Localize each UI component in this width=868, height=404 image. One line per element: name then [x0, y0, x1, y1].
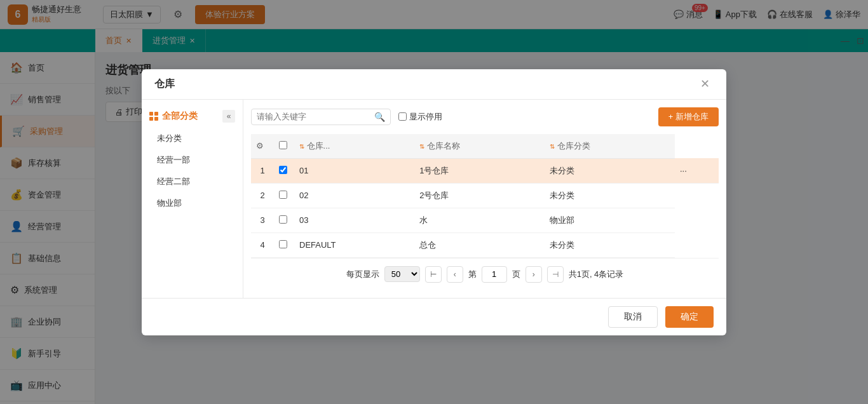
add-warehouse-button[interactable]: + 新增仓库 [658, 107, 719, 126]
table-panel: 🔍 显示停用 + 新增仓库 ⚙ [243, 100, 726, 298]
row-category: 未分类 [545, 183, 675, 208]
category-item-property[interactable]: 物业部 [142, 192, 243, 214]
per-page-label: 每页显示 [346, 269, 379, 280]
dialog-header: 仓库 ✕ [142, 69, 726, 100]
row-name: 2号仓库 [414, 183, 545, 208]
row-checkbox[interactable] [274, 158, 294, 183]
page-unit: 页 [512, 269, 520, 280]
confirm-button[interactable]: 确定 [665, 306, 714, 328]
table-row[interactable]: 2 02 2号仓库 未分类 [251, 183, 719, 208]
dialog-body: 全部分类 « 未分类 经营一部 经营二部 物业部 🔍 [142, 100, 726, 298]
row-category: 未分类 [545, 232, 675, 257]
dialog-close-button[interactable]: ✕ [696, 75, 714, 93]
row-category: 物业部 [545, 208, 675, 232]
show-disabled-toggle[interactable]: 显示停用 [398, 111, 442, 123]
sort-icon-code: ⇅ [299, 143, 304, 150]
row-name: 1号仓库 [414, 158, 545, 183]
col-category: ⇅ 仓库分类 [545, 134, 675, 159]
sort-icon-category: ⇅ [550, 143, 555, 150]
page-label: 第 [468, 269, 477, 280]
row-name: 总仓 [414, 232, 545, 257]
search-icon: 🔍 [374, 112, 385, 122]
settings-icon: ⚙ [256, 141, 264, 151]
col-code: ⇅ 仓库... [294, 134, 414, 159]
table-header-row: ⚙ ⇅ 仓库... ⇅ 仓库名称 [251, 134, 719, 159]
row-checkbox[interactable] [274, 183, 294, 208]
table-row[interactable]: 4 DEFAULT 总仓 未分类 [251, 232, 719, 257]
dialog-footer: 取消 确定 [142, 298, 726, 335]
per-page-select[interactable]: 50 100 200 [384, 266, 420, 282]
modal-overlay: 仓库 ✕ 全部分类 « 未分类 经营一部 经营二部 物业部 [0, 0, 868, 404]
grid-icon [149, 112, 158, 121]
pagination-row: 每页显示 50 100 200 ⊢ ‹ 第 页 › ⊣ 共1页, 4条记录 [251, 258, 719, 290]
category-header[interactable]: 全部分类 « [142, 105, 243, 128]
show-disabled-checkbox[interactable] [398, 112, 407, 121]
row-code: DEFAULT [294, 232, 414, 257]
select-all-checkbox[interactable] [279, 141, 287, 149]
dialog-title: 仓库 [154, 77, 175, 91]
row-num: 2 [251, 183, 274, 208]
row-checkbox[interactable] [274, 232, 294, 257]
show-disabled-label: 显示停用 [409, 111, 442, 123]
prev-page-button[interactable]: ‹ [447, 266, 463, 283]
total-info: 共1页, 4条记录 [569, 269, 624, 280]
row-num: 3 [251, 208, 274, 232]
search-input[interactable] [257, 112, 370, 121]
row-category: 未分类 [545, 158, 675, 183]
sort-icon-name: ⇅ [419, 143, 424, 150]
row-checkbox[interactable] [274, 208, 294, 232]
last-page-button[interactable]: ⊣ [547, 266, 564, 283]
search-row: 🔍 显示停用 + 新增仓库 [251, 107, 719, 126]
category-item-ops1[interactable]: 经营一部 [142, 149, 243, 171]
search-box: 🔍 [251, 109, 391, 125]
all-categories-label: 全部分类 [149, 111, 198, 122]
row-code: 03 [294, 208, 414, 232]
col-settings: ⚙ [251, 134, 274, 159]
warehouse-dialog: 仓库 ✕ 全部分类 « 未分类 经营一部 经营二部 物业部 [142, 69, 726, 335]
table-row[interactable]: 1 01 1号仓库 未分类 ··· [251, 158, 719, 183]
row-name: 水 [414, 208, 545, 232]
row-num: 1 [251, 158, 274, 183]
collapse-button[interactable]: « [222, 110, 235, 123]
next-page-button[interactable]: › [526, 266, 542, 283]
cancel-button[interactable]: 取消 [608, 306, 658, 328]
col-name: ⇅ 仓库名称 [414, 134, 545, 159]
row-actions[interactable]: ··· [675, 158, 719, 183]
col-checkbox [274, 134, 294, 159]
first-page-button[interactable]: ⊢ [425, 266, 442, 283]
row-code: 02 [294, 183, 414, 208]
category-item-unclassified[interactable]: 未分类 [142, 128, 243, 149]
category-item-ops2[interactable]: 经营二部 [142, 171, 243, 192]
table-body: 1 01 1号仓库 未分类 ··· 2 02 2号仓库 未分类 3 03 水 物… [251, 158, 719, 257]
page-input[interactable] [482, 266, 507, 283]
row-code: 01 [294, 158, 414, 183]
table-row[interactable]: 3 03 水 物业部 [251, 208, 719, 232]
row-num: 4 [251, 232, 274, 257]
warehouse-table: ⚙ ⇅ 仓库... ⇅ 仓库名称 [251, 134, 719, 258]
category-panel: 全部分类 « 未分类 经营一部 经营二部 物业部 [142, 100, 243, 298]
